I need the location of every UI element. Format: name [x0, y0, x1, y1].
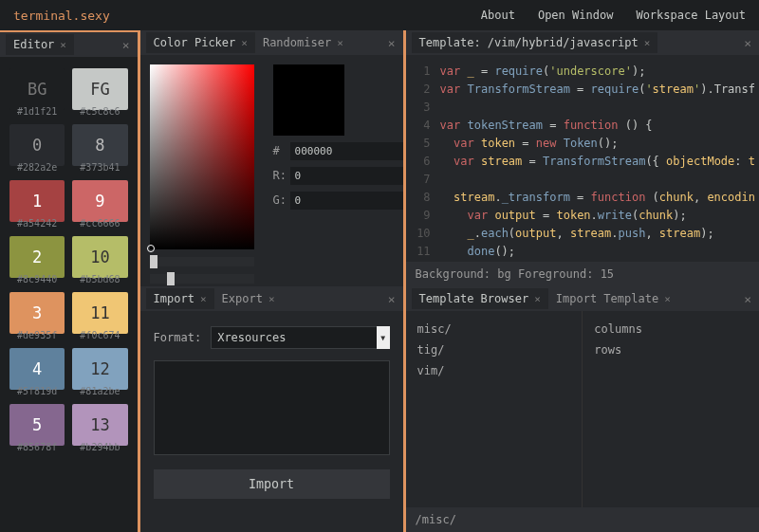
import-textarea[interactable]	[154, 360, 390, 455]
browser-item[interactable]: misc/	[417, 319, 571, 339]
browser-item[interactable]: columns	[594, 319, 748, 339]
browser-item[interactable]: vim/	[417, 360, 571, 381]
tab-export[interactable]: Export ×	[214, 288, 283, 309]
color-swatch[interactable]: 10	[72, 236, 127, 278]
r-input[interactable]	[290, 167, 403, 185]
editor-panel: Editor × × BG#1d1f21FG#c5c8c60#282a2e8#3…	[0, 30, 138, 532]
color-picker-panel: Color Picker × Randomiser × ×	[138, 30, 403, 286]
g-label: G:	[273, 193, 285, 207]
main-nav: About Open Window Workspace Layout	[481, 9, 746, 22]
close-icon[interactable]: ×	[241, 37, 248, 49]
saturation-picker[interactable]	[150, 64, 254, 249]
color-swatch[interactable]: 0	[9, 124, 65, 166]
nav-about[interactable]: About	[481, 9, 515, 22]
panel-close-icon[interactable]: ×	[388, 36, 396, 50]
swatch-hex: #c5c8c6	[72, 106, 127, 117]
color-swatch[interactable]: 13	[72, 404, 127, 446]
color-swatch[interactable]: 8	[72, 124, 127, 166]
swatch-hex: #81a2be	[72, 386, 127, 396]
close-icon[interactable]: ×	[60, 39, 66, 51]
swatch-hex: #282a2e	[9, 162, 65, 173]
template-panel: Template: /vim/hybrid/javascript × × 1va…	[403, 30, 759, 286]
tab-editor[interactable]: Editor ×	[6, 34, 74, 55]
hex-label: #	[273, 144, 285, 157]
close-icon[interactable]: ×	[200, 293, 207, 305]
status-bar: Background: bg Foreground: 15	[406, 262, 759, 286]
color-swatch[interactable]: 5	[9, 404, 65, 446]
panel-close-icon[interactable]: ×	[744, 292, 751, 306]
swatch-hex: #f0c674	[72, 330, 127, 340]
browser-item[interactable]: tig/	[417, 339, 571, 360]
tab-import[interactable]: Import ×	[146, 288, 214, 309]
color-swatch[interactable]: 1	[9, 180, 65, 222]
color-swatch[interactable]: BG	[9, 68, 65, 110]
brand: terminal.sexy	[13, 9, 110, 23]
import-button[interactable]: Import	[154, 469, 390, 499]
swatch-hex: #8c9440	[9, 274, 65, 284]
panel-close-icon[interactable]: ×	[744, 36, 751, 50]
hex-input[interactable]	[290, 142, 403, 160]
tab-template-browser[interactable]: Template Browser ×	[412, 288, 548, 309]
color-swatch[interactable]: 12	[72, 348, 127, 390]
close-icon[interactable]: ×	[534, 293, 541, 305]
swatch-hex: #de935f	[9, 330, 65, 340]
r-label: R:	[273, 169, 285, 182]
swatch-hex: #5f819d	[9, 386, 65, 396]
swatch-hex: #1d1f21	[9, 106, 65, 117]
swatch-hex: #b5bd68	[72, 274, 127, 284]
swatch-hex: #b294bb	[72, 442, 127, 452]
template-browser-panel: Template Browser × Import Template × × m…	[403, 286, 759, 532]
color-swatch[interactable]: FG	[72, 68, 127, 110]
color-swatch[interactable]: 9	[72, 180, 127, 222]
browser-item[interactable]: rows	[594, 339, 748, 360]
format-select[interactable]: Xresources	[211, 326, 389, 349]
alpha-slider[interactable]	[150, 274, 254, 284]
close-icon[interactable]: ×	[268, 293, 275, 305]
chevron-down-icon[interactable]: ▼	[377, 326, 390, 349]
color-preview	[273, 64, 344, 136]
swatch-hex: #a54242	[9, 218, 65, 229]
import-panel: Import × Export × × Format: Xresources ▼…	[138, 286, 403, 532]
tab-color-picker[interactable]: Color Picker ×	[146, 32, 255, 53]
swatch-hex: #cc6666	[72, 218, 127, 229]
tab-template[interactable]: Template: /vim/hybrid/javascript ×	[412, 32, 658, 53]
color-swatch[interactable]: 2	[9, 236, 65, 278]
nav-workspace-layout[interactable]: Workspace Layout	[636, 9, 746, 22]
lightness-slider[interactable]	[150, 257, 254, 266]
close-icon[interactable]: ×	[337, 37, 343, 49]
color-swatch[interactable]: 11	[72, 292, 127, 334]
code-view: 1var _ = require('underscore'); 2var Tra…	[406, 55, 759, 262]
tab-randomiser[interactable]: Randomiser ×	[255, 32, 351, 53]
tab-import-template[interactable]: Import Template ×	[548, 288, 678, 309]
swatch-hex: #85678f	[9, 442, 65, 452]
close-icon[interactable]: ×	[664, 293, 671, 305]
nav-open-window[interactable]: Open Window	[538, 9, 613, 22]
browser-path: /misc/	[406, 507, 759, 532]
swatch-hex: #373b41	[72, 162, 127, 173]
color-swatch[interactable]: 3	[9, 292, 65, 334]
tab-label: Editor	[13, 38, 54, 51]
g-input[interactable]	[290, 192, 403, 210]
format-label: Format:	[154, 331, 202, 344]
panel-close-icon[interactable]: ×	[122, 38, 130, 52]
color-swatch[interactable]: 4	[9, 348, 65, 390]
panel-close-icon[interactable]: ×	[388, 292, 396, 306]
close-icon[interactable]: ×	[644, 37, 651, 49]
